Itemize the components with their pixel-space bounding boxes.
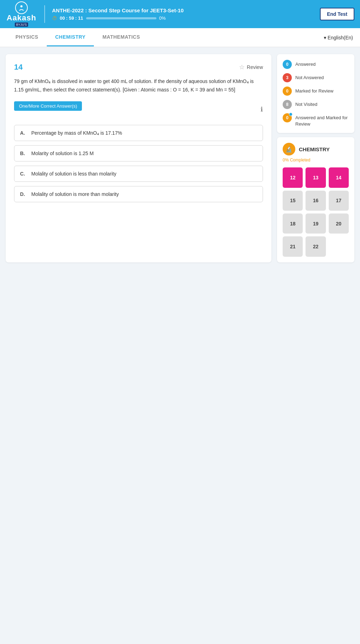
legend-not-answered: 3 Not Answered <box>283 73 349 82</box>
question-header: 14 ☆ Review <box>14 63 263 72</box>
marked-label: Marked for Review <box>295 87 333 94</box>
answered-badge: 0 <box>283 60 292 69</box>
q-btn-20[interactable]: 20 <box>329 213 349 234</box>
tab-physics[interactable]: PHYSICS <box>7 28 47 46</box>
logo-text: Aakash <box>7 14 36 22</box>
not-answered-badge: 3 <box>283 73 292 82</box>
question-text: 79 gm of KMnO₄ is dissolved in water to … <box>14 77 263 94</box>
option-d-label: D. <box>20 191 27 197</box>
subject-header: 🔬 CHEMISTRY <box>283 143 349 155</box>
logo-byju: BYJU'S <box>15 23 28 27</box>
question-number: 14 <box>14 63 22 72</box>
logo-area: Aakash BYJU'S <box>6 1 37 27</box>
tab-mathematics[interactable]: MATHEMATICS <box>94 28 148 46</box>
answer-type-button[interactable]: One/More Correct Answer(s) <box>14 101 82 111</box>
option-d[interactable]: D. Molality of solution is more than mol… <box>14 186 263 202</box>
not-answered-label: Not Answered <box>295 73 324 81</box>
option-d-text: Molality of solution is more than molari… <box>31 191 119 197</box>
review-button[interactable]: ☆ Review <box>239 63 263 71</box>
subject-name: CHEMISTRY <box>299 146 330 152</box>
answered-marked-label: Answered and Marked for Review <box>295 113 349 127</box>
q-btn-22[interactable]: 22 <box>306 236 326 256</box>
option-b-text: Molarity of solution is 1.25 M <box>31 151 94 156</box>
legend-not-visited: 8 Not Visited <box>283 100 349 109</box>
timer-display: 00 : 59 : 11 <box>60 15 83 21</box>
marked-badge: 0 <box>283 87 292 96</box>
option-b[interactable]: B. Molarity of solution is 1.25 M <box>14 145 263 161</box>
end-test-button[interactable]: End Test <box>320 8 354 20</box>
question-grid: 12 13 14 15 16 17 18 19 20 21 22 <box>283 167 349 256</box>
q-btn-18[interactable]: 18 <box>283 213 303 234</box>
timer-bar: ⏱ 00 : 59 : 11 0% <box>52 15 316 21</box>
q-btn-13[interactable]: 13 <box>306 167 326 187</box>
q-btn-14[interactable]: 14 <box>329 167 349 187</box>
option-a[interactable]: A. Percentage by mass of KMnO₄ is 17.17% <box>14 125 263 141</box>
subject-tabs: PHYSICS CHEMISTRY MATHEMATICS ▾ English(… <box>0 28 360 47</box>
option-b-label: B. <box>20 151 27 156</box>
legend-marked: 0 Marked for Review <box>283 87 349 96</box>
exam-title: ANTHE-2022 : Second Step Course for JEET… <box>52 7 316 14</box>
header-divider <box>44 5 45 23</box>
option-a-text: Percentage by mass of KMnO₄ is 17.17% <box>31 130 122 136</box>
option-c-text: Molality of solution is less than molari… <box>31 171 116 177</box>
language-selector[interactable]: ▾ English(En) <box>324 35 353 40</box>
q-btn-17[interactable]: 17 <box>329 191 349 211</box>
svg-point-0 <box>20 5 22 7</box>
tab-chemistry[interactable]: CHEMISTRY <box>47 28 94 46</box>
options-list: A. Percentage by mass of KMnO₄ is 17.17%… <box>14 125 263 202</box>
main-layout: 14 ☆ Review 79 gm of KMnO₄ is dissolved … <box>0 47 360 269</box>
q-btn-21[interactable]: 21 <box>283 236 303 256</box>
star-icon: ☆ <box>239 63 245 71</box>
app-header: Aakash BYJU'S ANTHE-2022 : Second Step C… <box>0 0 360 28</box>
progress-track <box>86 17 156 19</box>
info-icon[interactable]: ℹ <box>261 106 263 113</box>
legend-answered: 0 Answered <box>283 60 349 69</box>
option-c[interactable]: C. Molality of solution is less than mol… <box>14 166 263 182</box>
answered-marked-badge: 0 <box>283 113 292 122</box>
legend-card: 0 Answered 3 Not Answered 0 Marked for R… <box>277 54 354 133</box>
progress-percent: 0% <box>159 15 166 21</box>
option-c-label: C. <box>20 171 27 177</box>
legend-answered-marked: 0 Answered and Marked for Review <box>283 113 349 127</box>
subject-progress: 0% Completed <box>283 158 349 162</box>
logo-circle <box>15 1 28 14</box>
not-visited-badge: 8 <box>283 100 292 109</box>
q-btn-16[interactable]: 16 <box>306 191 326 211</box>
sidebar: 0 Answered 3 Not Answered 0 Marked for R… <box>277 54 354 262</box>
q-btn-12[interactable]: 12 <box>283 167 303 187</box>
header-info: ANTHE-2022 : Second Step Course for JEET… <box>52 7 316 21</box>
q-btn-15[interactable]: 15 <box>283 191 303 211</box>
answered-label: Answered <box>295 60 316 68</box>
timer-icon: ⏱ <box>52 15 57 21</box>
option-a-label: A. <box>20 130 27 136</box>
question-panel: 14 ☆ Review 79 gm of KMnO₄ is dissolved … <box>6 54 271 262</box>
not-visited-label: Not Visited <box>295 100 317 108</box>
subject-icon: 🔬 <box>283 143 295 155</box>
q-btn-19[interactable]: 19 <box>306 213 326 234</box>
subject-card: 🔬 CHEMISTRY 0% Completed 12 13 14 15 16 … <box>277 137 354 262</box>
